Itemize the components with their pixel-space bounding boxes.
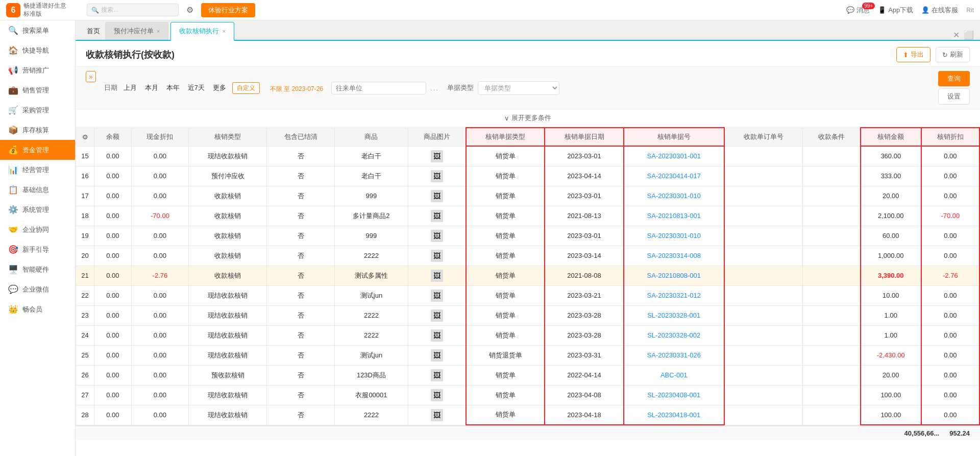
row-voucher-type: 销货单: [466, 305, 545, 325]
row-included: 否: [267, 385, 335, 405]
inventory-icon: 📦: [8, 125, 18, 135]
sidebar-item-purchase[interactable]: 🛒 采购管理: [0, 100, 75, 120]
row-included: 否: [267, 345, 335, 365]
sidebar-item-collab[interactable]: 🤝 企业协同: [0, 220, 75, 239]
col-settings[interactable]: ⚙: [76, 128, 94, 146]
date-cur-btn[interactable]: 本月: [143, 82, 160, 93]
maximize-icon[interactable]: ⬜: [964, 30, 974, 40]
notification-button[interactable]: 💬 消息 99+: [846, 6, 870, 15]
table-row: 270.000.00现结收款核销否衣服00001🖼销货单2023-04-08SL…: [76, 385, 980, 405]
row-order-no: [724, 405, 803, 425]
date-week-btn[interactable]: 近7天: [186, 82, 207, 93]
sidebar-item-basics[interactable]: 📋 基础信息: [0, 180, 75, 200]
date-year-btn[interactable]: 本年: [164, 82, 182, 93]
voucher-link[interactable]: SA-20210813-001: [647, 212, 701, 220]
date-custom-btn[interactable]: 自定义: [232, 82, 260, 94]
sidebar-item-weixin[interactable]: 💬 企业微信: [0, 279, 75, 299]
tab-home[interactable]: 首页: [82, 22, 105, 40]
voucher-link[interactable]: SL-20230328-001: [647, 311, 700, 319]
export-button[interactable]: ⬆ 导出: [896, 47, 930, 62]
row-condition: [802, 405, 861, 425]
voucher-link[interactable]: SL-20230418-001: [647, 411, 700, 419]
tab-writeoff[interactable]: 收款核销执行 ×: [170, 22, 234, 41]
sidebar-item-operations[interactable]: 📊 经营管理: [0, 160, 75, 180]
table-settings-button[interactable]: 设置: [938, 88, 970, 105]
top-bar-mid: 🔍 搜索... ⚙ 休验行业方案: [87, 3, 841, 17]
sidebar-item-finance[interactable]: 💰 资金管理: [0, 140, 75, 160]
voucher-link[interactable]: SA-20230301-010: [647, 232, 701, 239]
query-button[interactable]: 查询: [938, 71, 970, 86]
row-cash-discount: 0.00: [131, 285, 189, 305]
sidebar-item-sales[interactable]: 💼 销售管理: [0, 80, 75, 100]
sidebar-item-quicknav[interactable]: 🏠 快捷导航: [0, 40, 75, 60]
row-voucher-no: SA-20230331-026: [624, 345, 724, 365]
voucher-link[interactable]: SL-20230328-002: [647, 331, 700, 339]
row-included: 否: [267, 266, 335, 285]
collapse-arrow[interactable]: »: [86, 71, 96, 82]
sidebar-item-guide[interactable]: 🎯 新手引导: [0, 239, 75, 259]
voucher-link[interactable]: SA-20230321-012: [647, 292, 701, 299]
row-no: 19: [76, 226, 94, 246]
sidebar-label-weixin: 企业微信: [22, 285, 49, 294]
row-goods: 2222: [334, 246, 408, 266]
expand-button[interactable]: ∨ 展开更多条件: [500, 111, 555, 125]
row-order-no: [724, 246, 803, 266]
data-table: ⚙ 余额 现金折扣 核销类型 包含已结清 商品 商品图片 核销单据类型 核销单据…: [76, 127, 980, 425]
global-search[interactable]: 🔍 搜索...: [87, 4, 179, 16]
row-balance: 0.00: [94, 246, 132, 266]
row-condition: [802, 345, 861, 365]
row-no: 21: [76, 266, 94, 285]
refresh-button[interactable]: ↻ 刷新: [936, 47, 970, 62]
table-row: 240.000.00现结收款核销否2222🖼销货单2023-03-28SL-20…: [76, 325, 980, 345]
table-row: 190.000.00收款核销否999🖼销货单2023-03-01SA-20230…: [76, 226, 980, 246]
sidebar-item-hardware[interactable]: 🖥️ 智能硬件: [0, 259, 75, 279]
settings-icon[interactable]: ⚙: [183, 3, 197, 17]
voucher-link[interactable]: SA-20230301-001: [647, 152, 701, 160]
sidebar-item-search[interactable]: 🔍 搜索菜单: [0, 20, 75, 40]
table-row: 280.000.00现结收款核销否2222🖼销货单2023-04-18SL-20…: [76, 405, 980, 425]
row-voucher-date: 2021-08-13: [545, 206, 623, 226]
online-service-button[interactable]: 👤 在线客服: [921, 6, 958, 15]
row-condition: [802, 305, 861, 325]
tab-prepay-close[interactable]: ×: [157, 28, 160, 34]
sidebar-item-member[interactable]: 👑 畅会员: [0, 299, 75, 319]
row-goods: 999: [334, 186, 408, 206]
row-goods: 测试多属性: [334, 266, 408, 285]
row-voucher-no: SA-20230301-001: [624, 146, 724, 166]
sidebar-item-inventory[interactable]: 📦 库存核算: [0, 120, 75, 140]
voucher-link[interactable]: SA-20210808-001: [647, 272, 701, 279]
row-voucher-no: SA-20230314-008: [624, 246, 724, 266]
collab-icon: 🤝: [8, 225, 18, 234]
col-condition: 收款条件: [802, 128, 861, 146]
close-window-icon[interactable]: ✕: [953, 30, 960, 40]
row-discount: 0.00: [921, 365, 979, 385]
sidebar-item-system[interactable]: ⚙️ 系统管理: [0, 200, 75, 220]
row-no: 16: [76, 166, 94, 186]
industry-button[interactable]: 休验行业方案: [201, 3, 255, 17]
expand-row: ∨ 展开更多条件: [76, 109, 980, 127]
col-included: 包含已结清: [267, 128, 335, 146]
voucher-link[interactable]: SL-20230408-001: [647, 391, 700, 399]
voucher-link[interactable]: SA-20230301-010: [647, 192, 701, 200]
date-more-btn[interactable]: 更多: [211, 82, 228, 93]
voucher-link[interactable]: SA-20230331-026: [647, 351, 701, 359]
voucher-type-select[interactable]: 单据类型: [478, 81, 559, 95]
sidebar-item-marketing[interactable]: 📢 营销推广: [0, 60, 75, 80]
row-voucher-date: 2023-03-01: [545, 146, 623, 166]
row-included: 否: [267, 226, 335, 246]
row-cash-discount: 0.00: [131, 305, 189, 325]
app-download-button[interactable]: 📱 App下载: [878, 6, 913, 15]
voucher-link[interactable]: SA-20230414-017: [647, 172, 701, 180]
tab-writeoff-close[interactable]: ×: [222, 28, 225, 34]
row-voucher-type: 销货单: [466, 405, 545, 425]
app-logo: 6: [6, 3, 20, 17]
tab-prepay[interactable]: 预付冲应付单 ×: [105, 22, 168, 40]
row-voucher-no: SA-20230301-010: [624, 186, 724, 206]
voucher-link[interactable]: ABC-001: [660, 371, 688, 379]
col-order-no: 收款单订单号: [724, 128, 803, 146]
partner-input[interactable]: [331, 82, 426, 94]
date-prev-btn[interactable]: 上月: [121, 82, 139, 93]
sales-icon: 💼: [8, 85, 18, 95]
voucher-link[interactable]: SA-20230314-008: [647, 252, 701, 259]
row-cash-discount: -2.76: [131, 266, 189, 285]
